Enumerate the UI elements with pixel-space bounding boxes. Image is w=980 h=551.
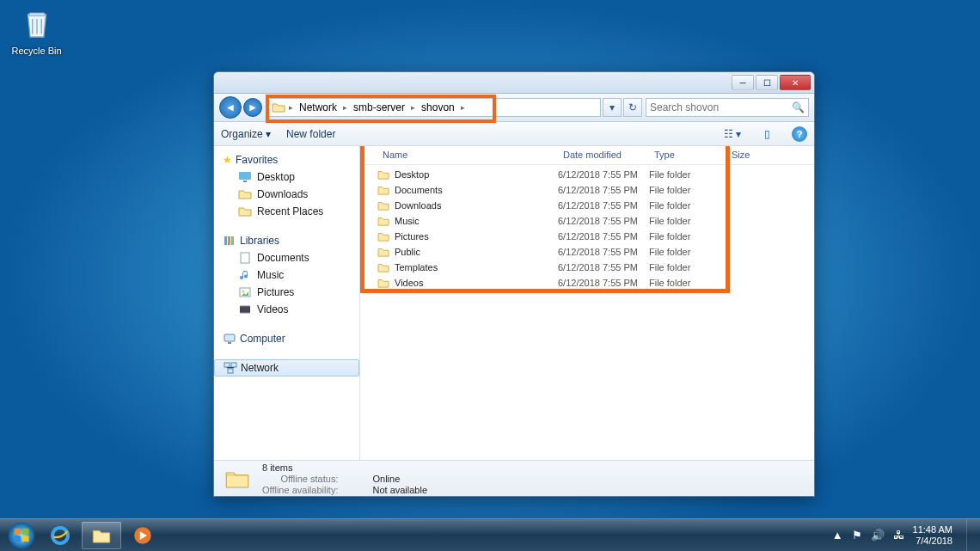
sidebar-favorites[interactable]: ★ Favorites	[214, 151, 359, 168]
status-offline-status-label: Offline status:	[262, 474, 338, 484]
file-name: Downloads	[395, 200, 441, 211]
address-bar[interactable]: ▸ Network ▸ smb-server ▸ shovon ▸	[267, 98, 601, 117]
file-rows: Desktop6/12/2018 7:55 PMFile folderDocum…	[360, 165, 814, 291]
minimize-button[interactable]: ─	[732, 75, 754, 90]
help-button[interactable]: ?	[792, 126, 807, 142]
sidebar-item-desktop[interactable]: Desktop	[214, 168, 359, 186]
breadcrumb-server[interactable]: smb-server	[351, 101, 407, 114]
folder-icon	[377, 200, 389, 211]
sidebar-item-videos[interactable]: Videos	[214, 301, 359, 318]
sidebar-libraries[interactable]: Libraries	[214, 232, 359, 249]
svg-rect-11	[224, 363, 230, 367]
chevron-right-icon: ▸	[289, 103, 293, 112]
file-row[interactable]: Downloads6/12/2018 7:55 PMFile folder	[360, 198, 814, 213]
file-row[interactable]: Videos6/12/2018 7:55 PMFile folder	[360, 275, 814, 291]
folder-icon	[377, 278, 389, 288]
svg-rect-5	[241, 253, 249, 263]
maximize-button[interactable]: ☐	[756, 75, 778, 90]
libraries-icon	[223, 234, 236, 248]
show-desktop-button[interactable]	[966, 519, 977, 552]
file-row[interactable]: Documents6/12/2018 7:55 PMFile folder	[360, 182, 814, 198]
sidebar-item-pictures[interactable]: Pictures	[214, 284, 359, 301]
desktop-recycle-bin[interactable]: Recycle Bin	[9, 7, 64, 56]
file-date: 6/12/2018 7:55 PM	[558, 185, 649, 195]
pictures-icon	[238, 285, 252, 299]
file-date: 6/12/2018 7:55 PM	[558, 231, 649, 242]
svg-rect-12	[231, 363, 236, 367]
close-button[interactable]: ✕	[780, 75, 811, 90]
chevron-right-icon: ▸	[461, 103, 465, 112]
tray-volume-icon[interactable]: 🔊	[871, 529, 885, 542]
organize-button[interactable]: Organize ▾	[221, 128, 271, 140]
folder-icon	[377, 169, 389, 180]
chevron-right-icon: ▸	[343, 103, 347, 112]
tray-network-icon[interactable]: 🖧	[893, 529, 904, 542]
col-type[interactable]: Type	[649, 146, 726, 164]
sidebar-item-recent[interactable]: Recent Places	[214, 203, 359, 220]
downloads-icon	[238, 187, 252, 201]
address-dropdown-button[interactable]: ▾	[603, 98, 622, 117]
chevron-right-icon: ▸	[411, 103, 415, 112]
file-row[interactable]: Music6/12/2018 7:55 PMFile folder	[360, 213, 814, 229]
col-date[interactable]: Date modified	[558, 146, 649, 164]
file-row[interactable]: Pictures6/12/2018 7:55 PMFile folder	[360, 229, 814, 244]
file-name: Public	[395, 247, 420, 257]
taskbar-explorer[interactable]	[82, 522, 121, 549]
file-list-pane: Name Date modified Type Size Desktop6/12…	[360, 146, 814, 460]
explorer-window: ─ ☐ ✕ ◄ ► ▸ Network ▸ smb-server ▸ shovo…	[213, 71, 815, 497]
file-date: 6/12/2018 7:55 PM	[558, 216, 649, 226]
col-size[interactable]: Size	[726, 146, 814, 164]
title-bar[interactable]: ─ ☐ ✕	[214, 72, 814, 94]
sidebar-computer[interactable]: Computer	[214, 330, 359, 347]
folder-icon	[377, 185, 389, 195]
sidebar-network[interactable]: Network	[214, 359, 359, 377]
status-offline-status: Online	[372, 474, 427, 484]
desktop-icon	[238, 170, 252, 184]
status-offline-avail: Not available	[372, 485, 427, 495]
computer-label: Computer	[240, 333, 285, 345]
status-item-count: 8 items	[262, 462, 338, 473]
location-folder-icon	[272, 101, 285, 114]
recycle-bin-icon	[19, 7, 55, 43]
search-box[interactable]: 🔍	[646, 98, 809, 117]
taskbar-clock[interactable]: 11:48 AM 7/4/2018	[913, 524, 952, 547]
videos-icon	[238, 303, 252, 316]
breadcrumb-network[interactable]: Network	[297, 101, 340, 114]
file-row[interactable]: Templates6/12/2018 7:55 PMFile folder	[360, 260, 814, 275]
new-folder-button[interactable]: New folder	[286, 128, 335, 140]
sidebar-item-documents[interactable]: Documents	[214, 249, 359, 266]
sidebar-item-downloads[interactable]: Downloads	[214, 186, 359, 203]
file-row[interactable]: Public6/12/2018 7:55 PMFile folder	[360, 244, 814, 260]
start-button[interactable]	[3, 519, 40, 552]
status-offline-avail-label: Offline availability:	[262, 485, 338, 495]
file-row[interactable]: Desktop6/12/2018 7:55 PMFile folder	[360, 167, 814, 182]
taskbar-media[interactable]	[123, 522, 162, 549]
nav-forward-button[interactable]: ►	[243, 98, 262, 117]
col-name[interactable]: Name	[377, 146, 558, 164]
sidebar-item-music[interactable]: Music	[214, 266, 359, 284]
network-label: Network	[241, 362, 279, 374]
status-folder-icon	[223, 464, 252, 493]
network-icon	[224, 361, 237, 375]
favorites-label: Favorites	[236, 154, 278, 166]
ie-icon	[49, 524, 71, 547]
file-type: File folder	[649, 262, 726, 272]
search-input[interactable]	[650, 101, 792, 113]
system-tray: ▲ ⚑ 🔊 🖧 11:48 AM 7/4/2018	[832, 524, 961, 547]
svg-rect-10	[228, 342, 231, 344]
taskbar-ie[interactable]	[40, 522, 80, 549]
svg-rect-3	[228, 236, 230, 245]
folder-icon	[377, 231, 389, 242]
nav-back-button[interactable]: ◄	[219, 96, 242, 119]
file-type: File folder	[649, 278, 726, 288]
preview-pane-button[interactable]: ▯	[757, 126, 776, 143]
tray-action-center-icon[interactable]: ⚑	[852, 529, 862, 542]
tray-up-icon[interactable]: ▲	[832, 529, 843, 542]
refresh-button[interactable]: ↻	[623, 98, 642, 117]
view-options-button[interactable]: ☷ ▾	[723, 126, 742, 143]
documents-icon	[238, 251, 252, 265]
breadcrumb-folder[interactable]: shovon	[419, 101, 457, 114]
taskbar: ▲ ⚑ 🔊 🖧 11:48 AM 7/4/2018	[0, 518, 980, 551]
svg-rect-4	[231, 236, 234, 245]
svg-point-14	[9, 522, 35, 548]
